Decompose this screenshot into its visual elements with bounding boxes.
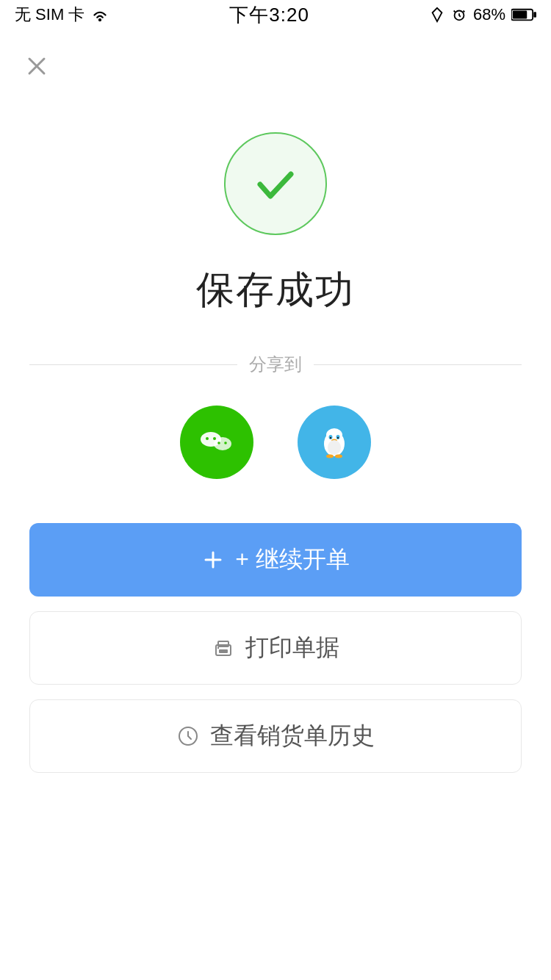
location-icon xyxy=(429,7,445,23)
wechat-share-button[interactable] xyxy=(180,406,253,479)
qq-icon xyxy=(314,422,355,463)
divider-line-left xyxy=(29,364,237,365)
success-title: 保存成功 xyxy=(196,264,355,316)
svg-point-12 xyxy=(224,442,227,444)
print-button[interactable]: 打印单据 xyxy=(29,611,522,685)
continue-button[interactable]: + 继续开单 xyxy=(29,523,522,597)
action-buttons: + 继续开单 打印单据 查看销货单历史 xyxy=(29,523,522,773)
share-label: 分享到 xyxy=(249,353,302,376)
battery-icon xyxy=(511,8,536,21)
battery-text: 68% xyxy=(473,5,505,24)
history-label: 查看销货单历史 xyxy=(210,720,375,752)
status-bar: 无 SIM 卡 下午3:20 68% xyxy=(0,0,551,29)
divider-line-right xyxy=(314,364,522,365)
checkmark-icon xyxy=(250,158,301,209)
plus-icon xyxy=(201,548,225,572)
wechat-icon xyxy=(196,422,237,463)
print-icon xyxy=(212,636,235,660)
close-button[interactable] xyxy=(15,44,59,88)
qq-share-button[interactable] xyxy=(298,406,371,479)
svg-rect-4 xyxy=(513,11,527,19)
svg-rect-3 xyxy=(533,12,536,17)
wifi-icon xyxy=(90,5,109,24)
svg-point-9 xyxy=(206,437,209,440)
success-icon-circle xyxy=(224,132,327,235)
status-time: 下午3:20 xyxy=(229,2,309,28)
history-button[interactable]: 查看销货单历史 xyxy=(29,699,522,773)
svg-point-21 xyxy=(328,440,341,455)
main-content: 保存成功 分享到 xyxy=(0,88,551,980)
share-divider: 分享到 xyxy=(29,353,522,376)
continue-label: + 继续开单 xyxy=(235,544,350,576)
svg-point-29 xyxy=(217,647,219,649)
print-label: 打印单据 xyxy=(245,632,339,664)
alarm-icon xyxy=(451,7,467,23)
svg-point-8 xyxy=(214,437,231,450)
status-left: 无 SIM 卡 xyxy=(15,4,109,26)
svg-point-23 xyxy=(335,455,342,458)
svg-point-17 xyxy=(330,437,331,439)
share-icons-row xyxy=(180,406,371,479)
svg-point-11 xyxy=(217,442,220,444)
no-sim-text: 无 SIM 卡 xyxy=(15,4,84,26)
history-icon xyxy=(176,724,200,748)
svg-point-19 xyxy=(337,437,339,439)
svg-point-0 xyxy=(99,19,101,21)
status-right: 68% xyxy=(429,5,536,24)
svg-point-10 xyxy=(213,437,216,440)
svg-point-22 xyxy=(326,455,334,458)
svg-rect-28 xyxy=(219,649,228,653)
